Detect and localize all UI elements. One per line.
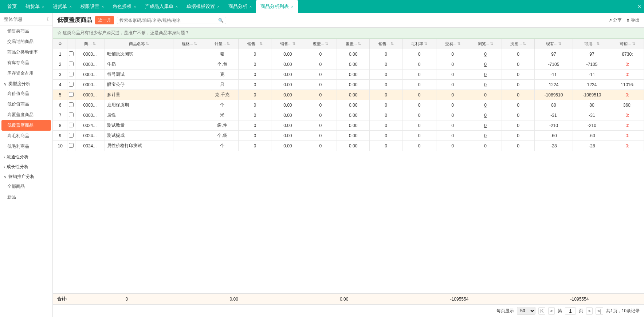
available-cell: 97 xyxy=(573,49,611,59)
browse1-column-header[interactable]: 浏览...⇅ xyxy=(469,39,502,49)
gross-margin-column-header[interactable]: 毛利率⇅ xyxy=(402,39,436,49)
transaction-column-header[interactable]: 交易...⇅ xyxy=(436,39,469,49)
unit-cell: 克,千克 xyxy=(206,90,239,100)
browse1-link[interactable]: 0 xyxy=(484,113,487,118)
close-icon[interactable]: × xyxy=(217,4,219,9)
close-icon[interactable]: × xyxy=(69,4,71,9)
sales-ratio-column-header[interactable]: 销售...⇅ xyxy=(370,39,402,49)
browse1-link[interactable]: 0 xyxy=(484,72,487,77)
window-close-button[interactable]: × xyxy=(638,3,641,10)
nav-template-settings[interactable]: 单据模板设置 × xyxy=(182,0,224,13)
last-page-button[interactable]: >| xyxy=(596,307,603,315)
code-cell: 0024... xyxy=(75,141,105,151)
footer-coverage2: 0.00 xyxy=(340,297,348,302)
close-icon[interactable]: × xyxy=(291,4,293,9)
spec-column-header[interactable]: 规格...⇅ xyxy=(173,39,206,49)
coverage2-column-header[interactable]: 覆盖...⇅ xyxy=(337,39,370,49)
sidebar-item-high-value[interactable]: 高价值商品 xyxy=(0,88,52,99)
row-checkbox[interactable] xyxy=(69,51,74,56)
browse1-link[interactable]: 0 xyxy=(484,62,487,67)
saleable-column-header[interactable]: 可销...⇅ xyxy=(611,39,644,49)
current-stock-cell: -31 xyxy=(535,110,573,120)
close-icon[interactable]: × xyxy=(42,4,44,9)
sales-qty-column-header[interactable]: 销售...⇅ xyxy=(239,39,271,49)
unit-column-header[interactable]: 计量...⇅ xyxy=(206,39,239,49)
sidebar-section-liquidity[interactable]: › 流通性分析 xyxy=(0,152,52,162)
browse1-link[interactable]: 0 xyxy=(484,92,487,98)
nav-permission-settings[interactable]: 权限设置 × xyxy=(76,0,108,13)
nav-product-analysis-list[interactable]: 商品分析列表 × xyxy=(256,0,298,13)
date-filter-button[interactable]: 近一月 xyxy=(95,16,114,24)
sales-ratio-cell: 0 xyxy=(370,131,402,141)
row-checkbox[interactable] xyxy=(69,102,74,107)
row-checkbox[interactable] xyxy=(69,143,74,148)
sidebar-item-high-gross[interactable]: 高毛利商品 xyxy=(0,131,52,141)
close-icon[interactable]: × xyxy=(176,4,178,9)
search-input[interactable] xyxy=(119,18,217,23)
sidebar-item-low-gross[interactable]: 低毛利商品 xyxy=(0,141,52,152)
share-button[interactable]: ↗ 分享 xyxy=(608,17,622,23)
export-button[interactable]: ⬆ 导出 xyxy=(626,17,640,23)
row-checkbox[interactable] xyxy=(69,133,74,138)
sidebar-section-growth[interactable]: › 成长性分析 xyxy=(0,162,52,171)
sidebar-item-category-turnover[interactable]: 商品分类动销率 xyxy=(0,47,52,58)
sidebar-item-low-coverage[interactable]: 低覆盖度商品 xyxy=(1,120,51,131)
code-column-header[interactable]: 商...⇅ xyxy=(75,39,105,49)
browse1-link[interactable]: 0 xyxy=(484,103,487,108)
sidebar-section-type-analysis[interactable]: ∨ 类型度分析 xyxy=(0,79,52,88)
sidebar-item-high-coverage[interactable]: 高覆盖度商品 xyxy=(0,110,52,120)
row-checkbox[interactable] xyxy=(69,62,74,66)
close-icon[interactable]: × xyxy=(102,4,104,9)
browse1-link[interactable]: 0 xyxy=(484,123,487,128)
row-checkbox[interactable] xyxy=(69,112,74,117)
sales-amt-column-header[interactable]: 销售...⇅ xyxy=(271,39,304,49)
prev-page-button[interactable]: < xyxy=(548,307,555,315)
close-icon[interactable]: × xyxy=(250,4,252,9)
row-checkbox[interactable] xyxy=(69,92,74,97)
sidebar-section-marketing[interactable]: ∨ 营销推广分析 xyxy=(0,171,52,181)
name-column-header[interactable]: 商品名称⇅ xyxy=(105,39,173,49)
page-size-select[interactable]: 50 20 100 200 xyxy=(517,307,535,315)
gross-margin-cell: 0 xyxy=(402,49,436,59)
nav-home[interactable]: 首页 xyxy=(3,0,21,13)
sidebar-item-in-stock-goods[interactable]: 有库存商品 xyxy=(0,58,52,68)
sales-qty-cell: 0 xyxy=(239,120,271,131)
nav-finished-goods[interactable]: 产成品入库单 × xyxy=(141,0,182,13)
nav-purchase-order[interactable]: 进货单 × xyxy=(48,0,76,13)
nav-role-auth[interactable]: 角色授权 × xyxy=(108,0,140,13)
nav-product-analysis[interactable]: 商品分析 × xyxy=(224,0,256,13)
browse2-cell: 0 xyxy=(502,141,535,151)
next-page-button[interactable]: > xyxy=(586,307,593,315)
sidebar-item-low-value[interactable]: 低价值商品 xyxy=(0,99,52,110)
sidebar-item-all-goods[interactable]: 全部商品 xyxy=(0,181,52,192)
row-checkbox[interactable] xyxy=(69,72,74,76)
nav-sales-order[interactable]: 销货单 × xyxy=(21,0,48,13)
table-row: 80024...测试数量袋,件00.0000.0000000-210-2100: xyxy=(53,120,644,131)
browse2-column-header[interactable]: 浏览...⇅ xyxy=(502,39,535,49)
name-cell: 启用保质期 xyxy=(105,100,173,110)
name-cell: 测试提成 xyxy=(105,131,173,141)
browse1-link[interactable]: 0 xyxy=(484,143,487,148)
coverage2-cell: 0.00 xyxy=(337,100,370,110)
available-column-header[interactable]: 可用...⇅ xyxy=(573,39,611,49)
settings-column-header[interactable]: ⚙ xyxy=(53,39,67,49)
sidebar-item-stock-capital[interactable]: 库存资金占用 xyxy=(0,68,52,79)
browse2-cell: 0 xyxy=(502,59,535,70)
first-page-button[interactable]: K xyxy=(538,307,545,315)
row-checkbox[interactable] xyxy=(69,82,74,87)
page-input[interactable] xyxy=(565,307,576,315)
coverage1-cell: 0 xyxy=(304,80,337,90)
current-stock-column-header[interactable]: 现有...⇅ xyxy=(535,39,573,49)
sidebar-item-traded-goods[interactable]: 交易过的商品 xyxy=(0,36,52,47)
coverage2-cell: 0.00 xyxy=(337,131,370,141)
browse1-link[interactable]: 0 xyxy=(484,52,487,57)
browse1-link[interactable]: 0 xyxy=(484,82,487,87)
sales-qty-cell: 0 xyxy=(239,100,271,110)
browse1-link[interactable]: 0 xyxy=(484,133,487,138)
sidebar-item-sales-goods[interactable]: 销售类商品 xyxy=(0,26,52,36)
close-icon[interactable]: × xyxy=(134,4,136,9)
sidebar-item-new-goods[interactable]: 新品 xyxy=(0,192,52,202)
coverage1-column-header[interactable]: 覆盖...⇅ xyxy=(304,39,337,49)
sidebar-header[interactable]: 整体信息 《 xyxy=(0,13,52,26)
row-checkbox[interactable] xyxy=(69,123,74,127)
